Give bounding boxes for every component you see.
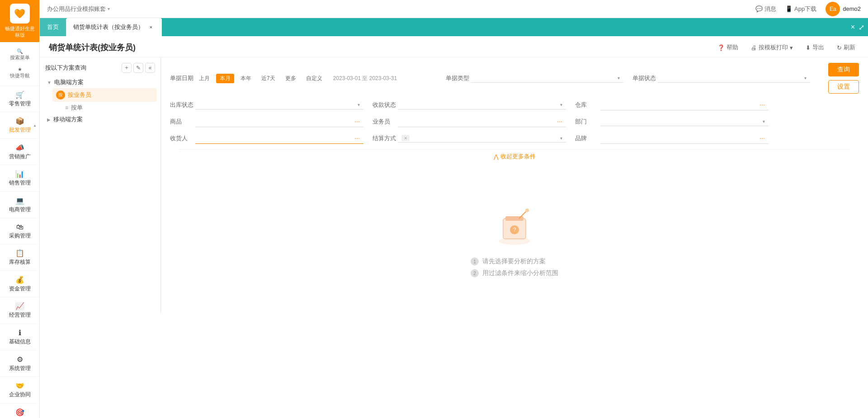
tree-item-desktop[interactable]: ▼ 电脑端方案	[43, 76, 157, 88]
settings-button[interactable]: 设置	[828, 80, 859, 94]
sidebar-item-wholesale[interactable]: 📦 批发管理	[0, 112, 39, 139]
date-tab-this-year[interactable]: 本年	[237, 74, 255, 83]
doc-status-label: 单据状态	[632, 74, 658, 82]
filter-group-warehouse: 仓库 ···	[575, 99, 769, 110]
doc-type-label: 单据类型	[446, 74, 471, 82]
salesperson-input[interactable]: ···	[398, 116, 566, 127]
by-doc-icon: ≡	[65, 104, 68, 111]
date-tab-7days[interactable]: 近7天	[258, 74, 279, 83]
consignee-input[interactable]: ···	[195, 133, 363, 144]
search-icon: 🔍	[17, 48, 23, 54]
sidebar-item-inventory[interactable]: 📋 库存核算	[0, 244, 39, 271]
collapse-panel-button[interactable]: «	[145, 63, 155, 73]
filter-group-receipt-status: 收款状态 ▾	[373, 100, 566, 109]
date-tab-this-month[interactable]: 本月	[216, 74, 234, 83]
filter-row-3: 商品 ··· 业务员 ···	[170, 116, 859, 127]
print-dropdown-icon[interactable]: ▾	[790, 44, 793, 51]
doc-status-select[interactable]: ▾	[658, 74, 810, 83]
edit-scheme-button[interactable]: ✎	[133, 63, 143, 73]
dept-arrow-icon: ▾	[763, 119, 765, 124]
export-button[interactable]: ⬇ 导出	[802, 42, 828, 53]
page-title: 销货单统计表(按业务员)	[49, 42, 136, 53]
out-status-select[interactable]: ▾	[195, 100, 363, 109]
filter-row-2: 出库状态 ▾ 收款状态 ▾	[170, 99, 859, 110]
sidebar: 🧡 畅捷通好生意 标版 🔍 搜索菜单 ★ 快捷导航 🛒 零售管理 📦 批发管理 …	[0, 0, 40, 418]
receipt-status-select[interactable]: ▾	[398, 100, 566, 109]
page-content: 销货单统计表(按业务员) ❓ 帮助 🖨 按模板打印 ▾ ⬇ 导出	[40, 36, 868, 418]
salesperson-dots: ···	[557, 118, 562, 125]
warehouse-input[interactable]: ···	[600, 99, 769, 110]
topbar: 办公用品行业模拟账套 ▾ 💬 消息 📱 App下载 Ea demo2	[40, 0, 868, 18]
topbar-dropdown-icon[interactable]: ▾	[108, 6, 110, 11]
main-area: 办公用品行业模拟账套 ▾ 💬 消息 📱 App下载 Ea demo2 首页	[40, 0, 868, 418]
maximize-icon[interactable]: ⤢	[859, 23, 864, 32]
close-window-icon[interactable]: ×	[851, 23, 855, 32]
payment-tag-input[interactable]: × ▾	[398, 134, 566, 142]
payment-tag: ×	[401, 135, 410, 141]
date-filter: 上月 本月 本年 近7天 更多 自定义 2023-03-01 至 2023-03…	[195, 74, 437, 83]
help-icon: ❓	[717, 44, 725, 51]
date-tab-more[interactable]: 更多	[282, 74, 300, 83]
date-tab-custom[interactable]: 自定义	[302, 74, 326, 83]
brand-input[interactable]: ···	[600, 133, 769, 144]
empty-state-icon: ?	[492, 205, 537, 250]
page-header: 销货单统计表(按业务员) ❓ 帮助 🖨 按模板打印 ▾ ⬇ 导出	[40, 36, 868, 57]
sidebar-search-section: 🔍 搜索菜单 ★ 快捷导航	[0, 42, 39, 86]
filter-area: 按以下方案查询 + ✎ « ▼ 电脑端方案	[40, 57, 868, 314]
page: 销货单统计表(按业务员) ❓ 帮助 🖨 按模板打印 ▾ ⬇ 导出	[40, 36, 868, 418]
payment-arrow-icon: ▾	[560, 136, 562, 141]
add-scheme-button[interactable]: +	[122, 63, 132, 73]
sidebar-item-marketing[interactable]: 📣 营销推广	[0, 139, 39, 166]
tree-sub-desktop: 按 按业务员 ≡ 按单	[43, 88, 157, 114]
tree-sub-item2-by-doc[interactable]: ≡ 按单	[52, 102, 157, 114]
right-panel: 单据日期 上月 本月 本年 近7天 更多 自定义	[161, 57, 868, 314]
sidebar-item-sales[interactable]: 📊 销售管理	[0, 165, 39, 192]
export-icon: ⬇	[806, 44, 811, 51]
sidebar-item-enterprise[interactable]: 🤝 企业协同	[0, 377, 39, 404]
sidebar-item-purchase[interactable]: 🛍 采购管理	[0, 218, 39, 245]
filter-group-brand: 品牌 ···	[575, 133, 769, 144]
tab-sales-stat[interactable]: 销货单统计表（按业务员） ×	[66, 18, 162, 36]
tab-home[interactable]: 首页	[40, 18, 66, 36]
out-status-label: 出库状态	[170, 101, 195, 109]
dept-select[interactable]: ▾	[600, 117, 769, 126]
tree-item-mobile[interactable]: ▶ 移动端方案	[43, 114, 157, 125]
sidebar-item-quick-nav[interactable]: ★ 快捷导航	[2, 64, 38, 82]
sidebar-item-search[interactable]: 🔍 搜索菜单	[2, 46, 38, 64]
template-print-button[interactable]: 🖨 按模板打印 ▾	[747, 42, 797, 53]
brand-label: 品牌	[575, 134, 600, 142]
sidebar-item-retail[interactable]: 🛒 零售管理	[0, 86, 39, 113]
doc-status-arrow-icon: ▾	[804, 76, 807, 81]
date-range: 2023-03-01 至 2023-03-31	[333, 75, 397, 82]
sidebar-item-ops[interactable]: 📈 经营管理	[0, 297, 39, 324]
message-button[interactable]: 💬 消息	[755, 5, 776, 13]
sidebar-item-newbie[interactable]: 🎯 新手引导	[0, 404, 39, 418]
expand-conditions-button[interactable]: ⋀ 收起更多条件	[170, 150, 859, 163]
tab-close-icon[interactable]: ×	[147, 24, 155, 31]
product-input[interactable]: ···	[195, 116, 363, 127]
doc-type-select[interactable]: ▾	[471, 74, 623, 83]
query-button[interactable]: 查询	[828, 63, 859, 76]
hint-num-1: 1	[471, 257, 479, 266]
sidebar-item-basic[interactable]: ℹ 基础信息	[0, 324, 39, 351]
filter-left-header: 按以下方案查询 + ✎ «	[40, 61, 160, 76]
system-icon: ⚙	[17, 355, 23, 364]
app-download-button[interactable]: 📱 App下载	[785, 5, 816, 13]
finance-icon: 💰	[15, 276, 24, 284]
retail-icon: 🛒	[15, 90, 24, 99]
sidebar-item-ecom[interactable]: 💻 电商管理	[0, 192, 39, 218]
payment-tag-close[interactable]: ×	[404, 135, 407, 141]
tree-sub-item-salesperson[interactable]: 按 按业务员	[52, 88, 157, 102]
sidebar-item-finance[interactable]: 💰 资金管理	[0, 271, 39, 298]
marketing-icon: 📣	[15, 143, 24, 152]
date-tab-last-month[interactable]: 上月	[195, 74, 213, 83]
help-button[interactable]: ❓ 帮助	[714, 42, 742, 53]
sidebar-item-system[interactable]: ⚙ 系统管理	[0, 351, 39, 377]
warehouse-label: 仓库	[575, 101, 600, 109]
filter-group-doc-type: 单据类型 ▾	[446, 74, 623, 83]
purchase-icon: 🛍	[16, 223, 24, 231]
avatar: Ea	[826, 2, 840, 16]
refresh-button[interactable]: ↻ 刷新	[833, 42, 859, 53]
sidebar-logo[interactable]: 🧡 畅捷通好生意 标版	[0, 0, 39, 42]
user-menu[interactable]: Ea demo2	[826, 2, 861, 16]
